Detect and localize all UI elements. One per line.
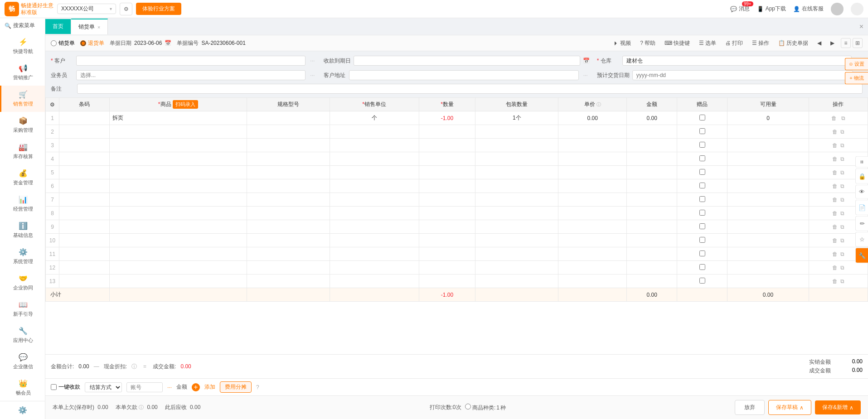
row-gift[interactable]: [677, 111, 727, 125]
message-button[interactable]: 💬 消息 99+: [730, 5, 750, 13]
sidebar-search[interactable]: 🔍 搜索菜单: [0, 18, 45, 33]
row-barcode[interactable]: [59, 111, 110, 125]
app-download-button[interactable]: 📱 App下载: [757, 5, 786, 13]
notes-input[interactable]: [77, 84, 863, 94]
row-copy-icon[interactable]: ⧉: [840, 278, 844, 284]
payment-method-select[interactable]: 结算方式: [85, 382, 122, 392]
fee-help-icon[interactable]: ?: [256, 384, 259, 390]
sidebar-item-finance[interactable]: 💰 资金管理: [0, 164, 45, 191]
float-eye-btn[interactable]: 👁: [855, 185, 868, 199]
row-delete-icon[interactable]: 🗑: [832, 278, 838, 284]
float-edit-btn[interactable]: ✏: [855, 216, 868, 231]
prev-btn[interactable]: ◀: [815, 39, 824, 47]
row-delete-icon[interactable]: 🗑: [831, 115, 837, 121]
row-copy-icon[interactable]: ⧉: [840, 169, 844, 176]
one-click-checkbox[interactable]: 一键收款: [51, 383, 80, 391]
select-btn[interactable]: ☰ 选单: [696, 39, 719, 48]
save-new-button[interactable]: 保存&新增 ∧: [815, 400, 861, 414]
history-btn[interactable]: 📋 历史单据: [776, 39, 811, 48]
float-orange-btn[interactable]: 🔧: [855, 248, 868, 263]
row-copy-icon[interactable]: ⧉: [840, 197, 844, 203]
online-service-button[interactable]: 👤 在线客服: [793, 5, 824, 13]
close-tab-icon[interactable]: ×: [97, 24, 100, 30]
row-delete-icon[interactable]: 🗑: [832, 210, 838, 217]
calendar-icon[interactable]: 📅: [165, 40, 171, 46]
list-view-btn[interactable]: ≡: [841, 38, 851, 48]
account-input[interactable]: [126, 382, 163, 392]
row-delete-icon[interactable]: 🗑: [832, 237, 838, 244]
row-delete-icon[interactable]: 🗑: [832, 183, 838, 189]
price-info-icon[interactable]: ⓘ: [596, 102, 601, 107]
row-amount[interactable]: 0.00: [627, 111, 677, 125]
salesman-input[interactable]: [76, 70, 305, 80]
customer-more-icon[interactable]: ···: [308, 58, 316, 64]
sidebar-settings-icon[interactable]: ⚙️: [18, 406, 27, 414]
row-copy-icon[interactable]: ⧉: [840, 129, 844, 135]
sidebar-item-sales[interactable]: 🛒 销售管理: [0, 86, 45, 112]
settings-button[interactable]: ⚙: [120, 3, 132, 15]
logistics-right-btn[interactable]: + 物流: [845, 72, 868, 84]
row-delete-icon[interactable]: 🗑: [832, 224, 838, 230]
row-qty[interactable]: -1.00: [419, 111, 475, 125]
trial-button[interactable]: 体验行业方案: [136, 3, 181, 15]
sidebar-item-purchase[interactable]: 📦 采购管理: [0, 112, 45, 138]
sidebar-item-collab[interactable]: 🤝 企业协同: [0, 270, 45, 296]
save-draft-button[interactable]: 保存草稿 ∧: [768, 400, 811, 415]
avatar[interactable]: [831, 3, 844, 15]
tab-sales-order[interactable]: 销货单 ×: [71, 19, 108, 34]
sidebar-item-apps[interactable]: 🔧 应用中心: [0, 322, 45, 348]
grid-view-btn[interactable]: ⊞: [853, 38, 863, 48]
add-button[interactable]: +: [192, 383, 200, 391]
row-pkg-qty[interactable]: 1个: [475, 111, 558, 125]
col-settings[interactable]: ⚙: [46, 98, 59, 111]
help-btn[interactable]: ? 帮助: [637, 39, 658, 48]
fee-split-btn[interactable]: 费用分摊: [220, 381, 252, 393]
scan-button[interactable]: 扫码录入: [173, 100, 198, 109]
salesman-more-icon[interactable]: ···: [308, 72, 316, 78]
customer-addr-input[interactable]: [349, 70, 578, 80]
row-copy-icon[interactable]: ⧉: [841, 115, 845, 121]
row-delete-icon[interactable]: 🗑: [832, 142, 838, 149]
sidebar-item-member[interactable]: 👑 畅会员: [0, 375, 45, 401]
settings-right-btn[interactable]: ⊙ 设置: [845, 58, 868, 70]
row-delete-icon[interactable]: 🗑: [832, 156, 838, 162]
radio-return[interactable]: 退货单: [80, 39, 104, 47]
next-btn[interactable]: ▶: [828, 39, 837, 47]
row-copy-icon[interactable]: ⧉: [840, 224, 844, 230]
row-delete-icon[interactable]: 🗑: [832, 169, 838, 176]
operation-btn[interactable]: ☰ 操作: [749, 39, 772, 48]
discount-info-icon[interactable]: ⓘ: [131, 363, 137, 371]
print-btn[interactable]: 🖨 打印: [723, 39, 746, 48]
tab-home[interactable]: 首页: [45, 19, 71, 34]
row-unit[interactable]: 个: [330, 111, 419, 125]
sidebar-item-quick-nav[interactable]: ⚡ 快捷导航: [0, 33, 45, 59]
sidebar-item-system[interactable]: ⚙️ 系统管理: [0, 243, 45, 270]
lack-info-icon[interactable]: ⓘ: [139, 405, 144, 410]
radio-sales[interactable]: 销货单: [51, 39, 75, 47]
float-lock-btn[interactable]: 🔒: [855, 169, 868, 184]
customer-input[interactable]: [76, 56, 305, 66]
abandon-button[interactable]: 放弃: [735, 400, 765, 415]
row-copy-icon[interactable]: ⧉: [840, 265, 844, 271]
float-star-btn[interactable]: ☆: [855, 232, 868, 247]
row-copy-icon[interactable]: ⧉: [840, 210, 844, 217]
est-delivery-input[interactable]: [632, 70, 853, 80]
sidebar-item-inventory[interactable]: 🏭 库存核算: [0, 138, 45, 164]
sidebar-item-marketing[interactable]: 📢 营销推广: [0, 59, 45, 86]
customer-addr-more-icon[interactable]: ···: [582, 72, 590, 78]
float-list-btn[interactable]: ≡: [855, 156, 868, 168]
avatar2[interactable]: [851, 3, 863, 15]
due-date-input[interactable]: [354, 56, 580, 66]
row-copy-icon[interactable]: ⧉: [840, 142, 844, 149]
sidebar-item-guide[interactable]: 📖 新手引导: [0, 296, 45, 322]
warehouse-input[interactable]: [622, 56, 852, 66]
sidebar-item-wechat[interactable]: 💬 企业微信: [0, 348, 45, 375]
float-doc-btn[interactable]: 📄: [855, 200, 868, 215]
due-date-calendar-icon[interactable]: 📅: [583, 58, 590, 64]
row-product[interactable]: 拆页: [109, 111, 247, 125]
row-copy-icon[interactable]: ⧉: [840, 183, 844, 189]
row-spec[interactable]: [247, 111, 330, 125]
row-price[interactable]: 0.00: [558, 111, 627, 125]
video-btn[interactable]: ⏵ 视频: [611, 39, 634, 48]
more-dots[interactable]: ···: [167, 384, 172, 390]
